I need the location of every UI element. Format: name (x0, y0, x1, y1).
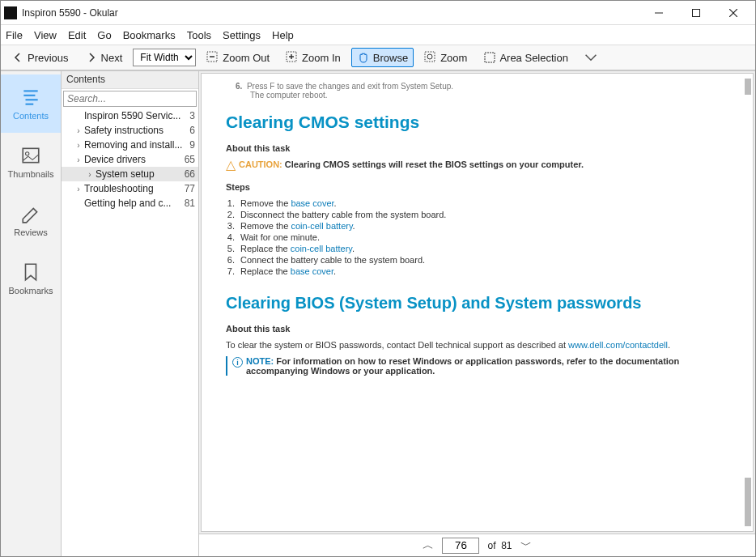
toc-item[interactable]: ›System setup66 (62, 167, 198, 181)
page-up-button[interactable]: ︿ (423, 538, 434, 553)
page-number-input[interactable] (442, 538, 479, 554)
reviews-icon (20, 203, 41, 224)
contents-pane: Contents Inspiron 5590 Servic...3›Safety… (62, 71, 199, 556)
zoom-out-icon (206, 51, 219, 64)
svg-rect-9 (425, 52, 435, 62)
step-item: Replace the coin-cell battery. (237, 244, 728, 253)
about-task-label-2: About this task (226, 324, 728, 334)
toc-item-page: 77 (181, 183, 195, 194)
svg-rect-1 (693, 9, 700, 16)
toc-item-page: 65 (181, 154, 195, 165)
note-text: NOTE: For information on how to reset Wi… (246, 356, 728, 376)
toc-list: Inspiron 5590 Servic...3›Safety instruct… (62, 108, 198, 556)
toc-item-label: Getting help and c... (84, 198, 181, 209)
contact-link[interactable]: www.dell.com/contactdell (568, 340, 668, 350)
step-link[interactable]: coin-cell battery (291, 244, 352, 253)
svg-rect-11 (485, 53, 495, 62)
step-link[interactable]: base cover (291, 198, 333, 208)
toc-item-label: Troubleshooting (84, 183, 181, 194)
toc-item[interactable]: ›Removing and install...9 (62, 138, 198, 152)
toc-item-page: 9 (186, 139, 195, 151)
step-item: Connect the battery cable to the system … (237, 255, 728, 265)
page-navigation-bar: ︿ of 81 ﹀ (199, 534, 755, 556)
page-of-label: of 81 (487, 540, 512, 551)
svg-rect-16 (23, 148, 39, 162)
toolbar-dropdown[interactable] (579, 48, 603, 67)
chevron-left-icon (11, 51, 24, 64)
toc-item[interactable]: Getting help and c...81 (62, 196, 198, 210)
truncated-line: 6. Press F to save the changes and exit … (236, 82, 728, 100)
browse-label: Browse (373, 52, 408, 64)
toc-item-label: Inspiron 5590 Servic... (84, 110, 186, 121)
expand-arrow-icon: › (73, 141, 84, 150)
sidetab-bookmarks[interactable]: Bookmarks (1, 249, 61, 308)
zoom-mode-select[interactable]: Fit Width (133, 49, 196, 66)
previous-button[interactable]: Previous (6, 48, 74, 67)
contents-icon (20, 87, 41, 108)
menu-settings[interactable]: Settings (223, 29, 261, 41)
step-item: Disconnect the battery cable from the sy… (237, 210, 728, 219)
toolbar: Previous Next Fit Width Zoom Out Zoom In… (1, 45, 755, 70)
bookmark-icon (20, 261, 41, 283)
menu-tools[interactable]: Tools (187, 29, 211, 41)
toc-item-page: 3 (186, 110, 195, 121)
next-label: Next (101, 52, 123, 64)
info-icon: i (232, 357, 243, 368)
sidetab-bookmarks-label: Bookmarks (8, 286, 53, 296)
document-area: 6. Press F to save the changes and exit … (199, 71, 755, 556)
toc-item-page: 6 (186, 125, 195, 136)
sidetab-thumbnails-label: Thumbnails (8, 169, 54, 179)
caution-box: △ CAUTION: Clearing CMOS settings will r… (226, 159, 728, 171)
caution-icon: △ (226, 159, 236, 171)
sidetab-reviews-label: Reviews (14, 227, 48, 237)
step-item: Remove the base cover. (237, 198, 728, 208)
svg-point-10 (427, 54, 432, 59)
menu-help[interactable]: Help (272, 29, 294, 41)
side-panel: Contents Thumbnails Reviews Bookmarks (1, 71, 62, 556)
about-task-label: About this task (226, 143, 728, 153)
steps-label: Steps (226, 182, 728, 192)
zoom-button[interactable]: Zoom (418, 48, 473, 67)
toc-item[interactable]: ›Troubleshooting77 (62, 181, 198, 196)
scrollbar-thumb-top[interactable] (745, 79, 751, 95)
menu-bookmarks[interactable]: Bookmarks (123, 29, 176, 41)
sidetab-contents[interactable]: Contents (1, 74, 61, 133)
maximize-button[interactable] (677, 1, 715, 25)
page-down-button[interactable]: ﹀ (520, 538, 532, 553)
sidetab-reviews[interactable]: Reviews (1, 191, 61, 249)
menu-file[interactable]: File (6, 29, 23, 41)
menu-bar: File View Edit Go Bookmarks Tools Settin… (1, 25, 755, 45)
chevron-right-icon (85, 51, 98, 64)
menu-go[interactable]: Go (97, 29, 111, 41)
zoom-out-button[interactable]: Zoom Out (201, 48, 275, 67)
contents-search (63, 91, 197, 107)
document-viewport[interactable]: 6. Press F to save the changes and exit … (201, 73, 754, 532)
svg-point-17 (26, 152, 29, 155)
zoom-in-label: Zoom In (302, 52, 341, 64)
caution-text: CAUTION: Clearing CMOS settings will res… (239, 159, 584, 169)
scrollbar-thumb[interactable] (745, 478, 751, 526)
close-button[interactable] (715, 1, 752, 25)
sidetab-thumbnails[interactable]: Thumbnails (1, 133, 61, 191)
zoom-in-icon (286, 51, 299, 64)
area-selection-button[interactable]: Area Selection (478, 48, 574, 67)
window-title: Inspiron 5590 - Okular (22, 7, 640, 19)
step-item: Remove the coin-cell battery. (237, 221, 728, 231)
toc-item[interactable]: ›Safety instructions6 (62, 123, 198, 138)
zoom-in-button[interactable]: Zoom In (280, 48, 346, 67)
previous-label: Previous (28, 52, 69, 64)
zoom-out-label: Zoom Out (223, 52, 270, 64)
minimize-button[interactable] (640, 1, 677, 25)
contents-search-input[interactable] (63, 91, 197, 107)
step-link[interactable]: coin-cell battery (291, 221, 352, 231)
hand-icon (357, 51, 370, 64)
next-button[interactable]: Next (79, 48, 129, 67)
browse-button[interactable]: Browse (351, 48, 414, 67)
menu-edit[interactable]: Edit (68, 29, 86, 41)
toc-item[interactable]: ›Device drivers65 (62, 152, 198, 167)
toc-item[interactable]: Inspiron 5590 Servic...3 (62, 108, 198, 123)
heading-clearing-cmos: Clearing CMOS settings (226, 113, 728, 132)
menu-view[interactable]: View (34, 29, 57, 41)
step-link[interactable]: base cover (291, 266, 333, 276)
note-box: i NOTE: For information on how to reset … (226, 356, 728, 376)
